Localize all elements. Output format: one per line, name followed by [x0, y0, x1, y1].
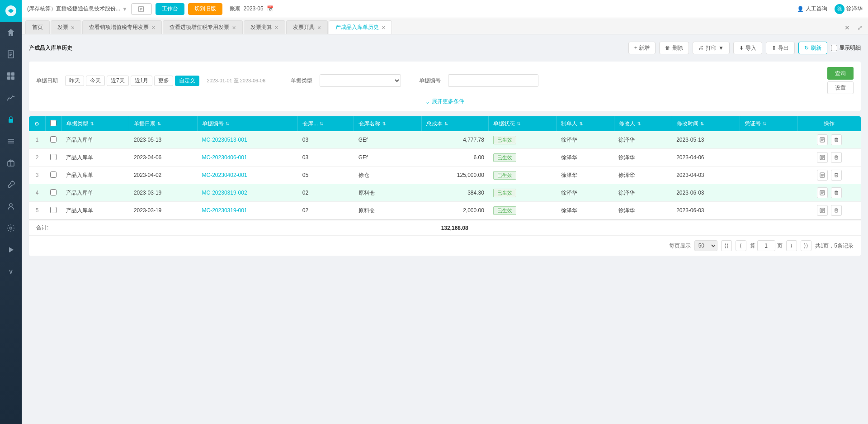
print-dropdown-icon[interactable]: ▼	[718, 45, 724, 51]
expand-filter-btn[interactable]: ⌄ 展开更多条件	[425, 98, 464, 105]
th-modify-time[interactable]: 修改时间⇅	[672, 116, 740, 131]
th-type[interactable]: 单据类型⇅	[61, 116, 129, 131]
sidebar-item-lock[interactable]	[0, 109, 22, 130]
sidebar-item-tool[interactable]	[0, 174, 22, 195]
row-edit-btn[interactable]	[817, 205, 828, 216]
tab-invoice-open[interactable]: 发票开具 ×	[286, 20, 328, 34]
tab-close-all[interactable]: ✕	[843, 23, 852, 32]
switch-old-btn[interactable]: 切到旧版	[188, 3, 222, 15]
select-all-checkbox[interactable]	[50, 120, 57, 126]
row-checkbox[interactable]	[50, 154, 57, 160]
number-filter-input[interactable]	[448, 74, 538, 87]
row-checkbox-cell[interactable]	[45, 131, 61, 149]
workbench-btn[interactable]: 工作台	[156, 3, 184, 15]
date-btn-7days[interactable]: 近7天	[107, 76, 129, 86]
support-btn[interactable]: 👤 人工咨询	[797, 5, 827, 13]
calendar-icon[interactable]: 📅	[267, 5, 274, 12]
company-selector[interactable]: (库存核算）直播轻捷通信息技术股份... ▼	[27, 5, 127, 13]
sidebar-item-play[interactable]	[0, 239, 22, 261]
document-btn[interactable]	[131, 3, 152, 15]
row-checkbox[interactable]	[50, 207, 57, 213]
row-checkbox[interactable]	[50, 172, 57, 178]
tab-sales-vat[interactable]: 查看销项增值税专用发票 ×	[82, 20, 162, 34]
company-dropdown-icon[interactable]: ▼	[122, 6, 127, 12]
first-page-btn[interactable]: ⟨⟨	[721, 240, 732, 251]
export-btn[interactable]: ⬆ 导出	[766, 42, 795, 54]
th-date[interactable]: 单据日期⇅	[129, 116, 198, 131]
th-wh-name[interactable]: 仓库名称⇅	[354, 116, 422, 131]
row-number-link[interactable]: MC-20230319-001	[202, 207, 247, 214]
date-btn-today[interactable]: 今天	[86, 76, 105, 86]
row-number[interactable]: MC-20230406-001	[198, 149, 298, 167]
import-btn[interactable]: ⬇ 导入	[733, 42, 762, 54]
date-btn-1month[interactable]: 近1月	[131, 76, 153, 86]
row-delete-btn[interactable]	[831, 152, 842, 163]
tab-product-inbound[interactable]: 产成品入库单历史 ×	[329, 20, 392, 34]
sidebar-item-list[interactable]	[0, 130, 22, 152]
row-number-link[interactable]: MC-20230406-001	[202, 154, 247, 161]
row-delete-btn[interactable]	[831, 134, 842, 145]
th-modifier[interactable]: 修改人⇅	[614, 116, 672, 131]
row-number[interactable]: MC-20230513-001	[198, 131, 298, 149]
row-delete-btn[interactable]	[831, 187, 842, 198]
user-info[interactable]: 徐 徐泽华	[835, 4, 863, 14]
sidebar-item-box[interactable]	[0, 152, 22, 174]
sidebar-item-home[interactable]	[0, 22, 22, 43]
print-btn[interactable]: 🖨 打印 ▼	[693, 42, 730, 54]
tab-invoice[interactable]: 发票 ×	[51, 20, 81, 34]
row-checkbox-cell[interactable]	[45, 184, 61, 202]
date-btn-yesterday[interactable]: 昨天	[65, 76, 84, 86]
tab-invoice-calc-close[interactable]: ×	[275, 24, 278, 31]
refresh-btn[interactable]: ↻ 刷新	[798, 42, 827, 54]
reset-btn[interactable]: 设置	[827, 81, 854, 94]
sidebar-item-grid[interactable]	[0, 65, 22, 87]
tab-maximize[interactable]: ⤢	[855, 23, 864, 32]
per-page-select[interactable]: 50 100 200	[694, 240, 717, 251]
tab-purchase-vat[interactable]: 查看进项增值税专用发票 ×	[163, 20, 242, 34]
new-btn[interactable]: + 新增	[628, 42, 656, 54]
tab-invoice-calc[interactable]: 发票测算 ×	[244, 20, 285, 34]
row-number[interactable]: MC-20230402-001	[198, 167, 298, 184]
th-wh-code[interactable]: 仓库...⇅	[298, 116, 354, 131]
row-checkbox-cell[interactable]	[45, 149, 61, 167]
row-checkbox[interactable]	[50, 136, 57, 143]
row-edit-btn[interactable]	[817, 152, 828, 163]
tab-purchase-vat-close[interactable]: ×	[232, 24, 236, 31]
sidebar-item-people[interactable]	[0, 195, 22, 217]
sidebar-item-settings[interactable]	[0, 217, 22, 239]
sidebar-item-document[interactable]	[0, 43, 22, 65]
row-checkbox-cell[interactable]	[45, 202, 61, 219]
row-number-link[interactable]: MC-20230402-001	[202, 172, 247, 178]
date-btn-more[interactable]: 更多	[154, 76, 173, 86]
row-delete-btn[interactable]	[831, 170, 842, 181]
tab-invoice-close[interactable]: ×	[71, 24, 75, 31]
th-voucher[interactable]: 凭证号⇅	[740, 116, 798, 131]
row-number[interactable]: MC-20230319-001	[198, 202, 298, 219]
next-page-btn[interactable]: ⟩	[786, 240, 797, 251]
row-delete-btn[interactable]	[831, 205, 842, 216]
delete-btn[interactable]: 🗑 删除	[659, 42, 689, 54]
date-btn-custom[interactable]: 自定义	[175, 76, 199, 86]
type-filter-select[interactable]: 产品入库单	[320, 74, 401, 87]
th-creator[interactable]: 制单人⇅	[557, 116, 614, 131]
row-number-link[interactable]: MC-20230513-001	[202, 137, 247, 143]
tab-sales-vat-close[interactable]: ×	[151, 24, 155, 31]
tab-invoice-open-close[interactable]: ×	[317, 24, 321, 31]
row-checkbox-cell[interactable]	[45, 167, 61, 184]
show-detail-checkbox[interactable]	[831, 45, 837, 51]
row-edit-btn[interactable]	[817, 170, 828, 181]
row-number-link[interactable]: MC-20230319-002	[202, 190, 247, 196]
row-number[interactable]: MC-20230319-002	[198, 184, 298, 202]
last-page-btn[interactable]: ⟩⟩	[801, 240, 811, 251]
th-number[interactable]: 单据编号⇅	[198, 116, 298, 131]
tab-product-inbound-close[interactable]: ×	[382, 24, 385, 31]
sidebar-item-chart[interactable]	[0, 87, 22, 109]
page-number-input[interactable]	[757, 240, 775, 251]
tab-home[interactable]: 首页	[25, 20, 50, 34]
show-detail-switch[interactable]: 显示明细	[831, 44, 861, 52]
th-settings[interactable]: ⚙	[29, 116, 45, 131]
row-edit-btn[interactable]	[817, 187, 828, 198]
row-edit-btn[interactable]	[817, 134, 828, 145]
sidebar-item-v[interactable]: V	[0, 261, 22, 282]
th-total-cost[interactable]: 总成本⇅	[422, 116, 489, 131]
